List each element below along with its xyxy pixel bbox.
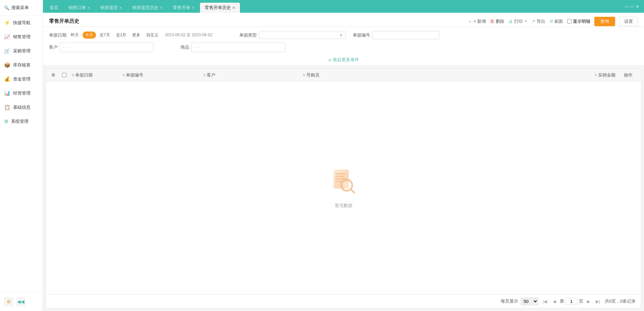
date-btn-今天[interactable]: 今天 [83, 32, 96, 39]
show-detail-checkbox[interactable] [567, 19, 572, 23]
sidebar-icon-finance: 💰 [4, 76, 10, 82]
page-label: 第 [560, 298, 564, 304]
pagination: 每页显示 50 100 200 |◀ ◀ 第 页 ▶ ▶| 共0页，0条记录 [46, 294, 641, 308]
empty-text: 暂无数据 [335, 203, 352, 209]
settings-icon-btn[interactable]: ⚙ [4, 297, 13, 306]
th-no[interactable]: ⇅ 单据编号 [119, 72, 200, 78]
sort-date-icon: ⇅ [71, 73, 74, 77]
date-btn-更多[interactable]: 更多 [130, 32, 143, 39]
sidebar-item-inventory[interactable]: 📦库存核算 [0, 58, 43, 72]
last-page-btn[interactable]: ▶| [594, 297, 602, 305]
sidebar-label-sys-mgmt: 系统管理 [11, 118, 29, 124]
client-input[interactable]: ··· [60, 43, 154, 52]
doc-type-label: 单据类型 [239, 32, 257, 38]
date-filter: 单据日期 昨天今天近7天近1月更多自定义 2023-06-02 至 2023-0… [49, 32, 212, 39]
tab-sales-order[interactable]: 销售订单✕ [64, 3, 95, 13]
setting-btn[interactable]: 设置 [619, 17, 638, 26]
product-input[interactable]: ··· [191, 43, 285, 52]
sidebar-item-basic-info[interactable]: 📋基础信息 [0, 100, 43, 114]
sidebar-search[interactable]: 🔍 搜索采单 [0, 0, 43, 16]
next-page-btn[interactable]: ▶ [585, 297, 593, 305]
sidebar-item-finance[interactable]: 💰资金管理 [0, 72, 43, 86]
window-min-btn[interactable]: — [625, 4, 629, 9]
add-icon: ＋ [468, 18, 472, 24]
sidebar-item-operations[interactable]: 📊经营管理 [0, 86, 43, 100]
query-btn[interactable]: 查询 [594, 17, 615, 26]
per-page-label: 每页显示 [501, 298, 518, 304]
sidebar-item-quick-nav[interactable]: ⚡快捷导航 [0, 16, 43, 30]
window-controls: — □ ✕ [625, 4, 642, 9]
doc-type-select[interactable]: ▼ [259, 32, 346, 39]
tab-label-sales-order: 销售订单 [68, 5, 86, 11]
export-btn[interactable]: ↗ 导出 [532, 18, 545, 24]
date-btn-近1月[interactable]: 近1月 [114, 32, 129, 39]
page-nav: |◀ ◀ 第 页 ▶ ▶| [541, 297, 602, 305]
sidebar-icon-inventory: 📦 [4, 62, 10, 68]
collapse-sidebar-btn[interactable]: ◀◀ [16, 297, 26, 306]
per-page-select[interactable]: 50 100 200 [521, 298, 538, 305]
sidebar-label-inventory: 库存核算 [13, 62, 31, 68]
doc-no-label: 单据编号 [353, 32, 370, 38]
sidebar-icon-sys-mgmt: ⚙ [4, 118, 8, 124]
tab-sales-return-history[interactable]: 销货退货历史✕ [128, 3, 167, 13]
th-checkbox[interactable] [59, 73, 69, 77]
delete-icon: 🗑 [490, 19, 494, 24]
date-btn-近7天[interactable]: 近7天 [97, 32, 112, 39]
table-container: ⚙ ⇅ 单据日期 ⇅ 单据编号 ⇅ 客户 ⇅ 导购员 ⇅ 实销金额 [46, 68, 641, 308]
sidebar-label-sales-mgmt: 销售管理 [13, 34, 31, 40]
date-btn-昨天[interactable]: 昨天 [68, 32, 81, 39]
product-label: 商品 [181, 44, 189, 50]
client-label: 客户 [49, 44, 58, 50]
doc-no-input[interactable] [372, 31, 439, 39]
th-action: 操作 [618, 72, 638, 78]
empty-illustration [329, 167, 359, 197]
window-close-btn[interactable]: ✕ [636, 4, 639, 9]
tab-sales-return[interactable]: 销货退货✕ [96, 3, 127, 13]
tab-close-retail-open-history[interactable]: ✕ [232, 6, 235, 10]
th-client[interactable]: ⇅ 客户 [200, 72, 300, 78]
show-detail-toggle[interactable]: 显示明细 [567, 18, 590, 24]
th-settings[interactable]: ⚙ [49, 72, 59, 77]
collapse-bar[interactable]: ∧ 收起更多条件 [49, 55, 638, 63]
date-btn-自定义[interactable]: 自定义 [144, 32, 161, 39]
sidebar-item-sales-mgmt[interactable]: 📈销售管理 [0, 30, 43, 44]
window-max-btn[interactable]: □ [631, 4, 634, 9]
tab-close-retail-open[interactable]: ✕ [192, 6, 195, 10]
doc-type-dropdown-icon: ▼ [339, 33, 343, 37]
sidebar-label-operations: 经营管理 [13, 90, 31, 96]
refresh-btn[interactable]: ↺ 刷新 [549, 18, 563, 24]
page-input[interactable] [565, 298, 578, 305]
svg-line-6 [351, 189, 354, 193]
tab-close-sales-return-history[interactable]: ✕ [160, 6, 163, 10]
delete-btn[interactable]: 🗑 删除 [490, 18, 504, 24]
main-area: 首页销售订单✕销货退货✕销货退货历史✕零售开单✕零售开单历史✕ — □ ✕ 零售… [43, 0, 644, 311]
total-label: 共0页，0条记录 [605, 298, 636, 304]
first-page-btn[interactable]: |◀ [541, 297, 549, 305]
doc-no-filter: 单据编号 [353, 31, 439, 39]
select-all-checkbox[interactable] [62, 73, 66, 77]
print-icon: 🖨 [508, 19, 513, 24]
search-icon: 🔍 [4, 5, 9, 10]
sort-no-icon: ⇅ [122, 73, 125, 77]
prev-page-btn[interactable]: ◀ [550, 297, 558, 305]
add-btn[interactable]: ＋ + 新增 [468, 18, 486, 24]
print-btn[interactable]: 🖨 打印 ▼ [508, 18, 528, 24]
th-amount[interactable]: ⇅ 实销金额 [556, 72, 618, 78]
th-guide[interactable]: ⇅ 导购员 [300, 72, 362, 78]
date-label: 单据日期 [49, 32, 66, 38]
sidebar-item-sys-mgmt[interactable]: ⚙系统管理 [0, 114, 43, 128]
tab-retail-open-history[interactable]: 零售开单历史✕ [200, 3, 240, 13]
sidebar-item-purchase-mgmt[interactable]: 🛒采购管理 [0, 44, 43, 58]
tab-label-home: 首页 [50, 5, 58, 11]
sort-amount-icon: ⇅ [594, 73, 597, 77]
tab-home[interactable]: 首页 [45, 3, 63, 13]
collapse-label: 收起更多条件 [333, 57, 359, 63]
page-header: 零售开单历史 ＋ + 新增 🗑 删除 🖨 打印 ▼ ↗ 导出 ↺ 刷新 [43, 13, 644, 27]
filter-row-2: 客户 ··· 商品 ··· [49, 43, 638, 52]
table-header: ⚙ ⇅ 单据日期 ⇅ 单据编号 ⇅ 客户 ⇅ 导购员 ⇅ 实销金额 [46, 69, 641, 82]
th-date[interactable]: ⇅ 单据日期 [69, 72, 119, 78]
tab-close-sales-return[interactable]: ✕ [119, 6, 122, 10]
tab-close-sales-order[interactable]: ✕ [87, 6, 90, 10]
tab-retail-open[interactable]: 零售开单✕ [168, 3, 199, 13]
sidebar-bottom: ⚙ ◀◀ [0, 292, 43, 311]
